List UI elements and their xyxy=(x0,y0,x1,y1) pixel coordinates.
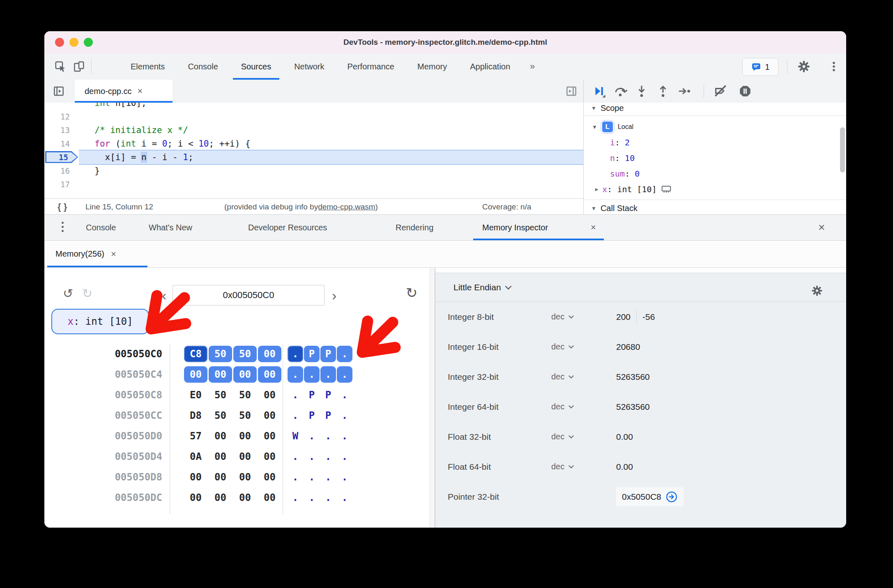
ascii-cell[interactable]: . xyxy=(337,489,352,506)
scope-section-header[interactable]: ▼ Scope xyxy=(584,103,846,116)
byte-cell[interactable]: 00 xyxy=(209,469,232,485)
ascii-cell[interactable]: . xyxy=(320,469,336,485)
ascii-cell[interactable]: . xyxy=(304,469,320,485)
file-tab-close-icon[interactable]: × xyxy=(138,87,143,96)
more-tabs-icon[interactable]: » xyxy=(522,53,543,80)
ascii-cell[interactable]: . xyxy=(288,469,303,485)
file-tab-demo-cpp[interactable]: demo-cpp.cc × xyxy=(75,80,173,103)
expand-triangle-icon[interactable]: ▶ xyxy=(595,186,598,192)
drawer-close-icon[interactable]: × xyxy=(818,215,825,240)
tab-console[interactable]: Console xyxy=(176,53,229,80)
ascii-cell[interactable]: . xyxy=(320,366,336,383)
ascii-cell[interactable]: P xyxy=(304,387,320,403)
byte-cell[interactable]: 00 xyxy=(258,428,281,444)
drawer-tab-what-s-new[interactable]: What's New xyxy=(149,215,192,240)
byte-cell[interactable]: E0 xyxy=(184,387,207,403)
step-over-icon[interactable] xyxy=(613,84,627,98)
step-icon[interactable] xyxy=(677,84,691,98)
show-debugger-sidebar-icon[interactable] xyxy=(564,84,578,98)
format-dropdown[interactable]: dec xyxy=(551,312,604,322)
byte-cell[interactable]: 00 xyxy=(209,448,232,465)
scope-local-row[interactable]: ▼ L Local xyxy=(584,119,633,135)
byte-cell[interactable]: 50 xyxy=(233,346,257,362)
step-out-icon[interactable] xyxy=(656,84,670,98)
open-memory-inspector-icon[interactable] xyxy=(661,184,672,194)
byte-cell[interactable]: 00 xyxy=(258,346,281,362)
call-stack-header[interactable]: ▼ Call Stack xyxy=(584,200,846,214)
byte-cell[interactable]: 00 xyxy=(233,428,257,444)
ascii-cell[interactable]: . xyxy=(320,428,336,444)
ascii-cell[interactable]: . xyxy=(337,407,352,424)
line-number[interactable]: 15 xyxy=(44,150,79,164)
ascii-cell[interactable]: . xyxy=(304,366,320,383)
ascii-cell[interactable]: . xyxy=(288,489,303,506)
byte-cell[interactable]: 00 xyxy=(258,387,281,403)
byte-cell[interactable]: 50 xyxy=(233,407,257,424)
format-dropdown[interactable]: dec xyxy=(551,342,604,351)
tab-memory[interactable]: Memory xyxy=(406,53,458,80)
kebab-menu-icon[interactable] xyxy=(827,60,841,74)
ascii-cell[interactable]: . xyxy=(337,448,352,465)
format-dropdown[interactable]: dec xyxy=(551,372,604,381)
ascii-cell[interactable]: . xyxy=(288,366,303,383)
byte-cell[interactable]: 00 xyxy=(209,366,232,383)
byte-cell[interactable]: 00 xyxy=(184,366,207,383)
code-editor[interactable]: int n[10];1213 /* initialize x */14 for … xyxy=(44,103,583,198)
tab-network[interactable]: Network xyxy=(283,53,336,80)
byte-cell[interactable]: 00 xyxy=(258,407,281,424)
byte-cell[interactable]: 00 xyxy=(209,428,232,444)
byte-cell[interactable]: 50 xyxy=(233,387,257,403)
inspect-element-icon[interactable] xyxy=(53,60,67,74)
ascii-cell[interactable]: . xyxy=(288,387,303,403)
next-page-icon[interactable]: › xyxy=(332,288,336,302)
ascii-cell[interactable]: W xyxy=(288,428,303,444)
pause-on-exceptions-icon[interactable] xyxy=(738,84,752,98)
collapse-triangle-icon[interactable]: ▼ xyxy=(591,205,596,211)
line-number[interactable]: 12 xyxy=(44,110,79,123)
line-number[interactable]: 16 xyxy=(44,164,79,177)
line-number[interactable] xyxy=(44,103,79,110)
scope-variable-i[interactable]: i:2 xyxy=(584,135,846,150)
byte-cell[interactable]: 00 xyxy=(233,469,257,485)
byte-cell[interactable]: C8 xyxy=(184,346,207,362)
braces-icon[interactable]: { } xyxy=(58,199,67,215)
memory-tab[interactable]: Memory(256) × xyxy=(55,241,116,267)
ascii-cell[interactable]: P xyxy=(320,346,336,362)
show-navigator-icon[interactable] xyxy=(52,84,66,98)
drawer-tab-console[interactable]: Console xyxy=(86,215,116,240)
address-input[interactable] xyxy=(173,285,325,305)
line-number[interactable]: 13 xyxy=(44,123,79,137)
ascii-cell[interactable]: . xyxy=(337,366,352,383)
resume-script-icon[interactable] xyxy=(592,84,606,98)
deactivate-breakpoints-icon[interactable] xyxy=(713,84,727,98)
byte-cell[interactable]: 00 xyxy=(209,489,232,506)
drawer-tab-developer-resources[interactable]: Developer Resources xyxy=(248,215,327,240)
ascii-cell[interactable]: P xyxy=(304,346,320,362)
byte-cell[interactable]: 00 xyxy=(258,469,281,485)
ascii-cell[interactable]: P xyxy=(320,387,336,403)
byte-cell[interactable]: 50 xyxy=(209,407,232,424)
ascii-cell[interactable]: P xyxy=(320,407,336,424)
ascii-cell[interactable]: P xyxy=(304,407,320,424)
byte-cell[interactable]: 00 xyxy=(233,448,257,465)
byte-cell[interactable]: 00 xyxy=(258,489,281,506)
ascii-cell[interactable]: . xyxy=(320,489,336,506)
line-number[interactable]: 17 xyxy=(44,177,79,191)
byte-cell[interactable]: 0A xyxy=(184,448,207,465)
ascii-cell[interactable]: . xyxy=(337,346,352,362)
previous-page-icon[interactable]: ‹ xyxy=(162,288,166,302)
tab-elements[interactable]: Elements xyxy=(119,53,176,80)
format-dropdown[interactable]: dec xyxy=(551,432,604,441)
drawer-tab-close-icon[interactable]: × xyxy=(591,215,596,240)
ascii-cell[interactable]: . xyxy=(337,387,352,403)
issues-button[interactable]: 1 xyxy=(742,58,778,76)
line-number[interactable]: 14 xyxy=(44,137,79,150)
ascii-cell[interactable]: . xyxy=(320,448,336,465)
refresh-icon[interactable]: ↻ xyxy=(406,286,418,300)
ascii-cell[interactable]: . xyxy=(304,428,320,444)
tab-application[interactable]: Application xyxy=(458,53,522,80)
ascii-cell[interactable]: . xyxy=(288,346,303,362)
byte-cell[interactable]: 50 xyxy=(209,387,232,403)
byte-cell[interactable]: 00 xyxy=(233,366,257,383)
drawer-tab-rendering[interactable]: Rendering xyxy=(396,215,433,240)
